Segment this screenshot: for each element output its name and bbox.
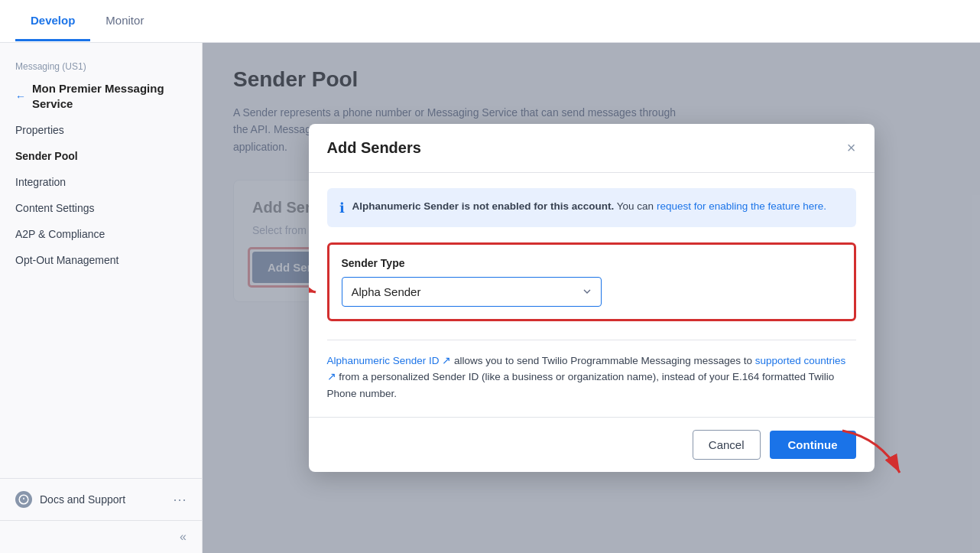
- info-icon: ℹ: [339, 200, 345, 216]
- docs-support-row[interactable]: Docs and Support: [15, 491, 125, 508]
- modal-footer: Cancel Continue: [309, 417, 875, 472]
- modal: Add Senders × ℹ Alphanumeric Sender is n…: [309, 124, 875, 473]
- collapse-icon[interactable]: «: [180, 530, 187, 543]
- sidebar-item-content-settings[interactable]: Content Settings: [0, 195, 202, 221]
- alpha-desc-text2: from a personalized Sender ID (like a bu…: [327, 371, 835, 399]
- sidebar: Messaging (US1) ← Mon Premier Messaging …: [0, 43, 203, 553]
- layout: Messaging (US1) ← Mon Premier Messaging …: [0, 43, 980, 553]
- tab-monitor[interactable]: Monitor: [90, 2, 159, 41]
- cancel-button[interactable]: Cancel: [693, 430, 761, 460]
- sidebar-collapse: «: [0, 520, 202, 553]
- arrow-to-dropdown-icon: [309, 265, 327, 307]
- sender-type-select[interactable]: Alpha Sender Short Code Long Code Toll-F…: [342, 277, 602, 307]
- docs-icon: [15, 491, 32, 508]
- sidebar-item-opt-out[interactable]: Opt-Out Management: [0, 247, 202, 273]
- main-content: Sender Pool A Sender represents a phone …: [203, 43, 980, 553]
- modal-body: ℹ Alphanumeric Sender is not enabled for…: [309, 173, 875, 418]
- tab-develop[interactable]: Develop: [15, 2, 90, 41]
- modal-overlay: Add Senders × ℹ Alphanumeric Sender is n…: [203, 43, 980, 553]
- top-nav: Develop Monitor: [0, 0, 980, 43]
- info-normal: You can: [617, 200, 657, 212]
- sidebar-footer: Docs and Support ⋯: [0, 478, 202, 520]
- info-banner: ℹ Alphanumeric Sender is not enabled for…: [327, 188, 856, 227]
- sender-type-section: Sender Type Alpha Sender Short Code Long…: [327, 242, 856, 321]
- alpha-sender-id-link[interactable]: Alphanumeric Sender ID ↗: [327, 355, 452, 366]
- continue-button[interactable]: Continue: [770, 431, 856, 459]
- sidebar-service-row: ← Mon Premier Messaging Service: [0, 75, 202, 117]
- modal-close-button[interactable]: ×: [847, 140, 856, 155]
- nav-tabs: Develop Monitor: [15, 2, 159, 41]
- sender-type-label: Sender Type: [342, 257, 842, 269]
- alpha-description: Alphanumeric Sender ID ↗ allows you to s…: [327, 340, 856, 402]
- modal-header: Add Senders ×: [309, 124, 875, 173]
- back-arrow-icon[interactable]: ←: [15, 90, 26, 102]
- info-link[interactable]: request for enabling the feature here.: [657, 200, 826, 212]
- modal-title: Add Senders: [327, 139, 421, 157]
- sidebar-content: Messaging (US1) ← Mon Premier Messaging …: [0, 43, 202, 478]
- docs-support-label: Docs and Support: [40, 493, 125, 506]
- sidebar-service-name: Mon Premier Messaging Service: [32, 81, 187, 111]
- sidebar-item-sender-pool[interactable]: Sender Pool: [0, 143, 202, 169]
- sender-type-wrapper: Sender Type Alpha Sender Short Code Long…: [327, 242, 856, 337]
- alpha-desc-text1: allows you to send Twilio Programmable M…: [454, 355, 755, 366]
- sidebar-item-integration[interactable]: Integration: [0, 169, 202, 195]
- sidebar-item-a2p[interactable]: A2P & Compliance: [0, 221, 202, 247]
- sidebar-service-label: Messaging (US1): [0, 55, 202, 75]
- sidebar-item-properties[interactable]: Properties: [0, 117, 202, 143]
- more-options-icon[interactable]: ⋯: [173, 491, 187, 508]
- info-text: Alphanumeric Sender is not enabled for t…: [352, 199, 827, 214]
- info-strong: Alphanumeric Sender is not enabled for t…: [352, 200, 615, 212]
